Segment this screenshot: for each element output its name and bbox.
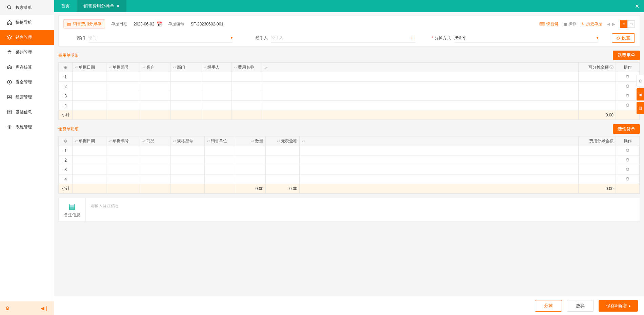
- gear-column[interactable]: ⚙: [59, 63, 73, 72]
- trash-icon[interactable]: [625, 75, 630, 80]
- col-qty[interactable]: ▴▾数量: [235, 136, 266, 146]
- bag-icon: [7, 50, 12, 55]
- select-sales-button[interactable]: 选销货单: [613, 124, 640, 134]
- table-row[interactable]: 3: [59, 165, 640, 174]
- table-row[interactable]: 1: [59, 72, 640, 82]
- trash-icon[interactable]: [625, 149, 630, 153]
- col-date[interactable]: ▴▾单据日期: [73, 63, 106, 72]
- table-row[interactable]: 4: [59, 101, 640, 110]
- content: ▤ 销售费用分摊单 单据日期 2023-06-02 📅 单据编号 SF-2023…: [54, 12, 644, 296]
- sidebar-item-inventory[interactable]: 库存核算: [0, 60, 54, 75]
- remarks-input[interactable]: 请输入备注信息: [86, 198, 640, 221]
- trash-icon[interactable]: [625, 104, 630, 108]
- subtotal-label: 小计: [59, 110, 73, 120]
- col-dept[interactable]: ▴▾部门: [171, 63, 201, 72]
- view-card-icon[interactable]: ▭: [627, 20, 635, 28]
- date-label: 单据日期: [111, 21, 127, 27]
- nav-next-icon[interactable]: ▶: [612, 22, 615, 26]
- method-input[interactable]: 按金额 ▾: [454, 33, 598, 43]
- sidebar-item-purchase[interactable]: 采购管理: [0, 45, 54, 60]
- float-tab-2[interactable]: ▣: [637, 88, 644, 100]
- table-row[interactable]: 2: [59, 82, 640, 91]
- row-index: 3: [59, 165, 73, 174]
- handler-input[interactable]: 经手人 ⋯: [271, 33, 415, 43]
- subtotal-row: 小计 0.00 0.00 0.00: [59, 184, 640, 193]
- col-spec[interactable]: ▴▾规格型号: [171, 136, 205, 146]
- col-handler[interactable]: ▴▾经手人: [201, 63, 232, 72]
- sidebar-item-sales[interactable]: 销售管理: [0, 30, 54, 45]
- calendar-icon[interactable]: 📅: [156, 21, 162, 27]
- col-docno[interactable]: ▴▾单据编号: [106, 136, 140, 146]
- discard-button[interactable]: 放弃: [567, 300, 594, 312]
- col-docno[interactable]: ▴▾单据编号: [106, 63, 140, 72]
- handler-placeholder: 经手人: [271, 35, 283, 41]
- history-link[interactable]: ↻历史单据: [581, 21, 602, 27]
- select-expense-button[interactable]: 选费用单: [613, 51, 640, 60]
- remarks-label: 备注信息: [64, 212, 80, 218]
- search-icon: [7, 5, 12, 10]
- handler-label: 经手人: [246, 35, 268, 41]
- help-icon[interactable]: ?: [609, 65, 613, 69]
- trash-icon[interactable]: [625, 85, 630, 89]
- gear-column[interactable]: ⚙: [59, 136, 73, 146]
- close-tab-icon[interactable]: ✕: [116, 4, 120, 8]
- sidebar-item-basic[interactable]: 基础信息: [0, 105, 54, 119]
- trash-icon[interactable]: [625, 177, 630, 182]
- operation-link[interactable]: ▦操作: [563, 21, 577, 27]
- sidebar-item-label: 采购管理: [16, 50, 32, 55]
- remarks-placeholder: 请输入备注信息: [90, 203, 119, 208]
- allocate-button[interactable]: 分摊: [535, 300, 562, 312]
- sidebar-item-label: 销售管理: [16, 35, 32, 40]
- col-customer[interactable]: ▴▾客户: [140, 63, 171, 72]
- sidebar-search[interactable]: 搜索菜单: [0, 0, 54, 15]
- sort-icon: ▴▾: [142, 67, 146, 68]
- shortcut-link[interactable]: ⌨快捷键: [539, 21, 559, 27]
- method-value: 按金额: [454, 35, 466, 41]
- sidebar-item-business[interactable]: 经营管理: [0, 90, 54, 105]
- settings-icon[interactable]: ⚙: [5, 305, 10, 311]
- expense-title: 费用单明细: [58, 53, 79, 58]
- col-alloc[interactable]: 可分摊金额?: [579, 63, 616, 72]
- gear-icon: ⚙: [616, 36, 620, 41]
- table-row[interactable]: 1: [59, 146, 640, 155]
- table-row[interactable]: 4: [59, 174, 640, 184]
- remarks-tab[interactable]: ▤ 备注信息: [59, 198, 86, 221]
- sidebar-item-quicknav[interactable]: 快捷导航: [0, 15, 54, 30]
- float-tab-1[interactable]: ◐: [637, 75, 644, 87]
- table-row[interactable]: 3: [59, 91, 640, 101]
- collapse-sidebar-icon[interactable]: ◀❘: [41, 305, 48, 311]
- trash-icon[interactable]: [625, 158, 630, 163]
- settings-button[interactable]: ⚙ 设置: [612, 33, 635, 43]
- save-new-button[interactable]: 保存&新增 ▴: [599, 300, 638, 312]
- col-name[interactable]: ▴▾费用名称: [232, 63, 262, 72]
- sidebar-item-label: 基础信息: [16, 109, 32, 115]
- col-unit[interactable]: ▴▾销售单位: [205, 136, 235, 146]
- amount-subtotal: 0.00: [266, 184, 300, 193]
- history-icon: ↻: [581, 22, 585, 26]
- tab-home[interactable]: 首页: [54, 0, 77, 12]
- trash-icon[interactable]: [625, 168, 630, 172]
- sort-icon: ▴▾: [251, 140, 255, 142]
- col-date[interactable]: ▴▾单据日期: [73, 136, 106, 146]
- grid-icon: ▦: [563, 22, 567, 26]
- col-alloc[interactable]: 费用分摊金额: [579, 136, 616, 146]
- date-field[interactable]: 2023-06-02 📅: [134, 21, 162, 27]
- money-icon: [7, 79, 12, 85]
- dept-input[interactable]: 部门 ▾: [88, 33, 233, 43]
- sort-icon: ▴▾: [173, 67, 176, 68]
- view-list-icon[interactable]: ≡: [620, 20, 627, 28]
- more-icon[interactable]: ⋯: [411, 36, 416, 40]
- tab-current[interactable]: 销售费用分摊单 ✕: [77, 0, 126, 12]
- close-all-tabs[interactable]: ✕: [630, 0, 644, 12]
- dept-placeholder: 部门: [88, 35, 97, 41]
- col-amount[interactable]: ▴▾无税金额: [266, 136, 300, 146]
- sidebar-item-funds[interactable]: 资金管理: [0, 75, 54, 90]
- row-index: 2: [59, 155, 73, 165]
- sales-title: 销货单明细: [58, 126, 79, 132]
- float-tab-3[interactable]: ▥: [637, 102, 644, 114]
- nav-prev-icon[interactable]: ◀: [607, 22, 610, 26]
- col-product[interactable]: ▴▾商品: [140, 136, 171, 146]
- trash-icon[interactable]: [625, 94, 630, 99]
- sidebar-item-system[interactable]: 系统管理: [0, 119, 54, 134]
- table-row[interactable]: 2: [59, 155, 640, 165]
